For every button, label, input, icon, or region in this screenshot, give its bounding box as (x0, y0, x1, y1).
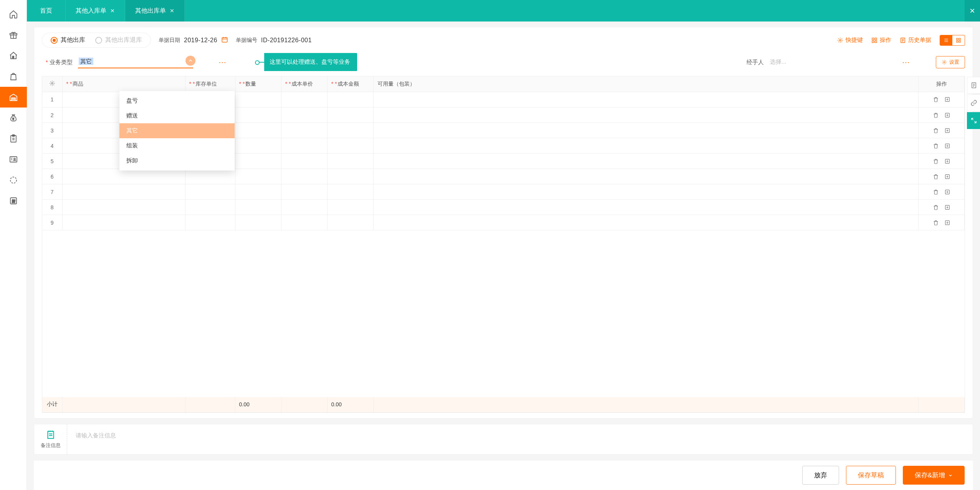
delete-row-icon[interactable] (932, 157, 940, 166)
rail-link-icon[interactable] (967, 94, 980, 111)
nav-bag-icon[interactable] (0, 66, 27, 87)
delete-row-icon[interactable] (932, 219, 940, 227)
delete-row-icon[interactable] (932, 172, 940, 181)
add-row-icon[interactable] (943, 95, 952, 104)
more-icon[interactable]: ⋯ (900, 58, 913, 67)
col-product[interactable]: 商品 (62, 76, 185, 92)
svg-point-12 (839, 40, 841, 41)
delete-row-icon[interactable] (932, 111, 940, 119)
table-row[interactable]: 9 (42, 215, 965, 230)
biz-type-field[interactable]: 业务类型 其它 (46, 56, 193, 68)
table-row[interactable]: 8 (42, 200, 965, 215)
table-row[interactable]: 6 (42, 169, 965, 184)
tab-other-in[interactable]: 其他入库单✕ (66, 0, 125, 22)
save-and-new-button[interactable]: 保存&新增 (903, 466, 965, 485)
subtotal-qty: 0.00 (235, 397, 281, 412)
hint-tooltip-text: 这里可以处理赠送、盘亏等业务 (270, 58, 350, 65)
svg-rect-33 (48, 431, 53, 438)
col-gear[interactable] (42, 76, 62, 92)
svg-point-7 (14, 158, 15, 160)
tab-other-in-label: 其他入库单 (76, 7, 106, 15)
nav-contact-icon[interactable] (0, 149, 27, 170)
nav-house-dollar-icon[interactable]: $ (0, 45, 27, 66)
close-icon[interactable]: ✕ (110, 8, 115, 14)
row-index: 2 (42, 108, 62, 123)
save-draft-button[interactable]: 保存草稿 (846, 466, 896, 485)
delete-row-icon[interactable] (932, 95, 940, 104)
tab-other-out[interactable]: 其他出库单✕ (125, 0, 185, 22)
radio-other-out[interactable]: 其他出库 (51, 36, 85, 44)
doc-no-value: ID-20191226-001 (261, 37, 312, 44)
doc-date-value[interactable]: 2019-12-26 (184, 37, 217, 44)
shortcut-button[interactable]: 快捷键 (837, 36, 863, 44)
add-row-icon[interactable] (943, 172, 952, 181)
svg-rect-21 (959, 41, 960, 42)
col-unit[interactable]: 库存单位 (185, 76, 235, 92)
svg-rect-13 (872, 38, 874, 40)
calendar-icon[interactable] (221, 36, 228, 44)
nav-clipboard-icon[interactable] (0, 128, 27, 149)
radio-other-out-return[interactable]: 其他出库退库 (95, 36, 142, 44)
radio-other-out-label: 其他出库 (61, 36, 85, 44)
delete-row-icon[interactable] (932, 188, 940, 196)
add-row-icon[interactable] (943, 203, 952, 212)
tab-home[interactable]: 首页 (27, 0, 66, 22)
nav-loading-icon[interactable] (0, 170, 27, 190)
doc-date-label: 单据日期 (159, 37, 180, 44)
nav-gift-icon[interactable] (0, 25, 27, 45)
nav-money-bag-icon[interactable]: ¥ (0, 108, 27, 128)
add-row-icon[interactable] (943, 142, 952, 150)
svg-point-8 (10, 177, 17, 183)
subtotal-label: 小计 (42, 397, 62, 412)
close-icon[interactable]: ✕ (170, 8, 174, 14)
svg-rect-6 (10, 157, 17, 162)
dropdown-option[interactable]: 拆卸 (119, 153, 235, 168)
close-all-tabs-button[interactable] (965, 0, 980, 22)
right-rail (967, 77, 980, 129)
rail-doc-icon[interactable] (967, 77, 980, 94)
nav-new-icon[interactable]: 新 (0, 190, 27, 211)
tabs-bar: 首页 其他入库单✕ 其他出库单✕ (27, 0, 980, 22)
more-icon[interactable]: ⋯ (216, 58, 229, 67)
settings-button[interactable]: 设置 (936, 56, 965, 68)
dropdown-option[interactable]: 盘亏 (119, 93, 235, 108)
row-index: 8 (42, 200, 62, 215)
gear-icon (49, 80, 55, 86)
handler-placeholder: 选择... (770, 58, 786, 65)
add-row-icon[interactable] (943, 111, 952, 119)
discard-button[interactable]: 放弃 (802, 466, 839, 485)
dropdown-option[interactable]: 赠送 (119, 108, 235, 123)
delete-row-icon[interactable] (932, 203, 940, 212)
handler-field[interactable]: 经手人 选择... (747, 57, 861, 68)
delete-row-icon[interactable] (932, 142, 940, 150)
add-row-icon[interactable] (943, 188, 952, 196)
operate-button[interactable]: 操作 (871, 36, 891, 44)
view-grid-icon[interactable] (952, 35, 965, 45)
nav-home-icon[interactable] (0, 4, 27, 25)
add-row-icon[interactable] (943, 157, 952, 166)
view-list-icon[interactable] (940, 35, 952, 45)
doc-no-label: 单据编号 (236, 37, 257, 44)
add-row-icon[interactable] (943, 126, 952, 135)
tab-home-label: 首页 (40, 7, 52, 15)
col-qty[interactable]: 数量 (235, 76, 281, 92)
row-index: 4 (42, 138, 62, 154)
col-cost-price[interactable]: 成本单价 (281, 76, 327, 92)
rail-expand-icon[interactable] (967, 112, 980, 129)
doc-no-field: 单据编号 ID-20191226-001 (236, 37, 312, 44)
table-row[interactable]: 7 (42, 184, 965, 200)
add-row-icon[interactable] (943, 219, 952, 227)
nav-warehouse-icon[interactable] (0, 87, 27, 108)
svg-rect-20 (957, 41, 958, 42)
handler-label: 经手人 (747, 59, 764, 66)
remarks-input[interactable]: 请输入备注信息 (67, 424, 973, 454)
chevron-up-icon[interactable] (185, 56, 195, 66)
row-index: 7 (42, 184, 62, 200)
dropdown-option[interactable]: 组装 (119, 138, 235, 153)
col-avail[interactable]: 可用量（包装） (373, 76, 919, 92)
history-button[interactable]: 历史单据 (900, 36, 931, 44)
svg-rect-19 (959, 38, 960, 40)
delete-row-icon[interactable] (932, 126, 940, 135)
dropdown-option[interactable]: 其它 (119, 123, 235, 138)
col-cost-amount[interactable]: 成本金额 (327, 76, 373, 92)
